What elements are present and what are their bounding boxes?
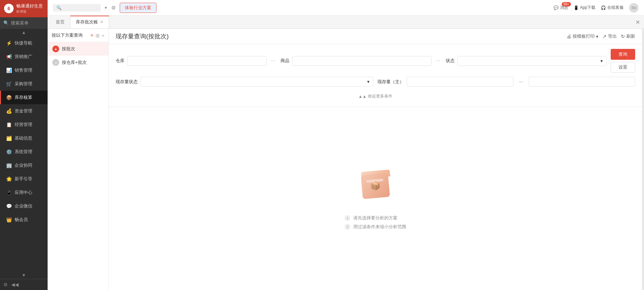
- nav-item-label: 采购管理: [15, 81, 32, 87]
- nav-item-label: 资金管理: [15, 108, 32, 114]
- purchase-icon: 🛒: [6, 81, 12, 87]
- collapse-sidebar-icon[interactable]: ◀◀: [11, 282, 19, 287]
- scroll-up-btn[interactable]: ▲: [0, 29, 48, 36]
- sidebar-item-business[interactable]: 📋 经营管理: [0, 118, 48, 131]
- refresh-label: 刷新: [626, 33, 635, 39]
- step-1-text: 请先选择要分析的方案: [353, 215, 397, 221]
- sidebar-item-vip[interactable]: 👑 畅会员: [0, 213, 48, 226]
- topbar-dropdown-icon[interactable]: ▾: [105, 5, 107, 10]
- empty-illustration: 📦: [355, 167, 396, 208]
- warehouse-filter-group: 仓库 ···: [116, 56, 276, 66]
- scheme-add-icon[interactable]: +: [90, 32, 94, 38]
- warehouse-label: 仓库: [116, 58, 124, 64]
- user-name: Rit: [631, 6, 636, 10]
- sidebar-item-system[interactable]: ⚙️ 系统管理: [0, 145, 48, 159]
- tab-bar-close-btn[interactable]: ✕: [631, 19, 644, 25]
- print-btn[interactable]: 🖨 按模板打印 ▾: [566, 33, 598, 39]
- tab-home-label: 首页: [56, 19, 65, 25]
- sidebar: 6 畅康通好生意 标准版 🔍 搜索菜单 ▲ ⚡ 快捷导航 📢 营销推广 📊 销售…: [0, 0, 48, 290]
- product-dots[interactable]: ···: [434, 58, 441, 64]
- sidebar-nav: ⚡ 快捷导航 📢 营销推广 📊 销售管理 🛒 采购管理 📦 库存核算 💰 资金管…: [0, 36, 48, 271]
- topbar-search[interactable]: 🔍: [53, 4, 101, 12]
- sidebar-item-enterprise[interactable]: 🏢 企业协同: [0, 159, 48, 172]
- sidebar-item-finance[interactable]: 💰 资金管理: [0, 104, 48, 118]
- inventory-amount-to[interactable]: [529, 77, 635, 87]
- filter-actions: 查询 设置: [611, 49, 635, 73]
- status-label: 状态: [446, 58, 455, 64]
- scheme-item-by-batch[interactable]: ● 按批次: [48, 42, 108, 56]
- sidebar-item-appstore[interactable]: 📱 应用中心: [0, 186, 48, 199]
- online-service-action[interactable]: 🎧 在线客服: [601, 5, 624, 11]
- user-profile[interactable]: Rit: [629, 3, 639, 13]
- sidebar-search[interactable]: 🔍 搜索菜单: [0, 17, 48, 29]
- query-btn[interactable]: 查询: [611, 49, 635, 60]
- search-icon: 🔍: [3, 20, 9, 25]
- vip-icon: 👑: [6, 217, 12, 223]
- enterprise-icon: 🏢: [6, 162, 12, 168]
- product-input[interactable]: [292, 56, 431, 66]
- inventory-status-select[interactable]: ▾: [140, 77, 373, 87]
- topbar-gear-icon[interactable]: ⚙: [111, 5, 116, 11]
- nav-item-label: 企业协同: [15, 162, 32, 168]
- settings-btn[interactable]: 设置: [611, 62, 635, 73]
- message-badge: 99+: [562, 2, 571, 6]
- inventory-amount-label: 现存量（主）: [377, 79, 404, 85]
- warehouse-dots[interactable]: ···: [269, 58, 276, 64]
- app-download-action[interactable]: 📱 App下载: [574, 5, 595, 11]
- app-subtitle: 标准版: [16, 9, 43, 14]
- gear-bottom-icon[interactable]: ⚙: [3, 282, 8, 287]
- nav-item-label: 快捷导航: [15, 40, 32, 46]
- scheme-header: 按以下方案查询 + ◎ «: [48, 29, 108, 42]
- nav-item-label: 销售管理: [15, 67, 32, 73]
- scheme-collapse-icon[interactable]: «: [102, 33, 104, 38]
- status-select[interactable]: ▾: [457, 56, 607, 66]
- scheme-panel: 按以下方案查询 + ◎ « ● 按批次 ◎ 按仓库+批次: [48, 29, 109, 290]
- scheme-item-label: 按仓库+批次: [62, 59, 87, 66]
- refresh-btn[interactable]: ↻ 刷新: [621, 33, 635, 39]
- inventory-amount-from[interactable]: [407, 77, 513, 87]
- app-download-label: App下载: [580, 5, 595, 11]
- appstore-icon: 📱: [6, 189, 12, 196]
- sidebar-item-newguide[interactable]: 🌟 新手引导: [0, 172, 48, 186]
- business-icon: 📋: [6, 122, 12, 128]
- step-num-2: 2: [344, 224, 351, 230]
- bell-icon: 💬: [554, 5, 559, 10]
- scheme-title: 按以下方案查询: [52, 32, 83, 38]
- avatar: Rit: [629, 3, 639, 13]
- system-icon: ⚙️: [6, 149, 12, 155]
- scroll-down-btn[interactable]: ▼: [0, 271, 48, 279]
- topbar-actions: 💬 消息 99+ 📱 App下载 🎧 在线客服 Rit: [554, 3, 639, 13]
- collapse-up-icon: ▲▲: [358, 94, 367, 99]
- sidebar-header: 6 畅康通好生意 标准版: [0, 0, 48, 17]
- sidebar-item-quick[interactable]: ⚡ 快捷导航: [0, 36, 48, 50]
- nav-item-label: 新手引导: [15, 176, 32, 182]
- scheme-item-by-warehouse-batch[interactable]: ◎ 按仓库+批次: [48, 56, 108, 69]
- sidebar-item-marketing[interactable]: 📢 营销推广: [0, 50, 48, 64]
- message-action[interactable]: 💬 消息 99+: [554, 5, 568, 11]
- tab-batch[interactable]: 库存批次账 ✕: [70, 16, 109, 29]
- sidebar-item-inventory[interactable]: 📦 库存核算: [0, 91, 48, 104]
- tab-home[interactable]: 首页: [50, 16, 70, 29]
- sidebar-item-wxwork[interactable]: 💬 企业微信: [0, 199, 48, 213]
- sidebar-item-purchase[interactable]: 🛒 采购管理: [0, 77, 48, 91]
- sidebar-item-base[interactable]: 🗂️ 基础信息: [0, 131, 48, 145]
- headset-icon: 🎧: [601, 5, 606, 10]
- scheme-icon-wh-batch: ◎: [52, 59, 59, 66]
- sidebar-item-sales[interactable]: 📊 销售管理: [0, 64, 48, 77]
- scheme-icon-batch: ●: [52, 46, 59, 52]
- app-logo: 6: [4, 4, 14, 13]
- app-title: 畅康通好生意: [16, 3, 43, 9]
- experience-btn[interactable]: 体验行业方案: [120, 3, 156, 13]
- collapse-row[interactable]: ▲▲ 收起更多条件: [116, 91, 635, 102]
- inventory-amount-group: 现存量（主） —: [377, 77, 635, 87]
- wxwork-icon: 💬: [6, 203, 12, 209]
- step-num-1: 1: [344, 215, 351, 221]
- warehouse-input[interactable]: [127, 56, 267, 66]
- scheme-settings-icon[interactable]: ◎: [96, 33, 100, 38]
- finance-icon: 💰: [6, 108, 12, 114]
- tab-close-icon[interactable]: ✕: [100, 20, 103, 24]
- inventory-icon: 📦: [6, 94, 12, 101]
- empty-steps: 1 请先选择要分析的方案 2 用过滤条件来缩小分析范围: [344, 215, 406, 230]
- export-btn[interactable]: ↗ 导出: [603, 33, 617, 39]
- base-icon: 🗂️: [6, 135, 12, 141]
